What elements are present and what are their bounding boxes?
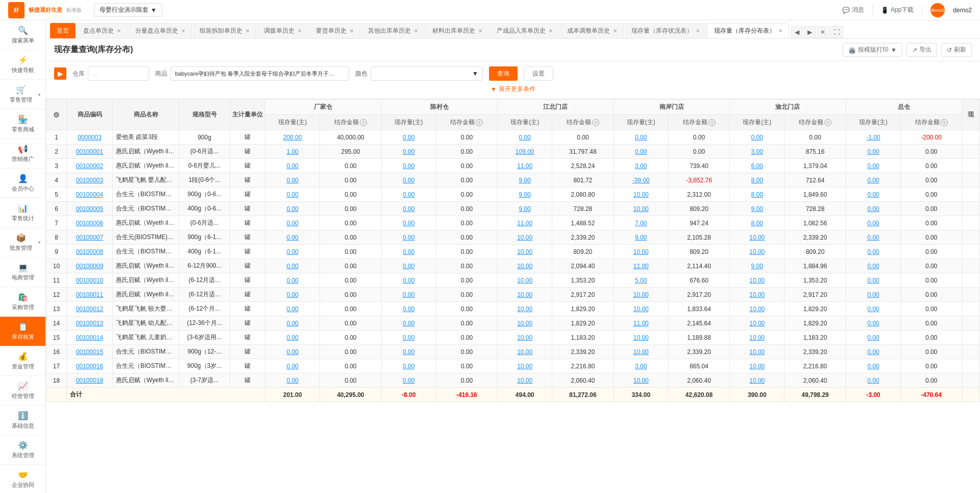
- cell-total-qty[interactable]: 0.00: [846, 331, 900, 345]
- tab-partial-stocktake[interactable]: 分量盘点单历史 ✕: [129, 23, 192, 38]
- cell-cy1-qty[interactable]: 0.00: [265, 159, 320, 173]
- cell-code[interactable]: 0000003: [67, 130, 113, 145]
- expand-btn[interactable]: ▼ 展开更多条件: [491, 85, 535, 93]
- cell-cy4-qty[interactable]: 3.00: [614, 359, 668, 373]
- cell-cy5-qty[interactable]: 10.00: [730, 345, 785, 359]
- cell-total-qty[interactable]: 0.00: [846, 187, 900, 202]
- cell-cy2-qty[interactable]: 0.00: [381, 359, 436, 373]
- cell-cy3-qty[interactable]: 10.00: [498, 345, 552, 359]
- cell-total-qty[interactable]: 0.00: [846, 159, 900, 173]
- cell-cy1-qty[interactable]: 0.00: [265, 359, 320, 373]
- cell-total-qty[interactable]: 0.00: [846, 173, 900, 187]
- cell-cy3-qty[interactable]: 10.00: [498, 230, 552, 245]
- tab-stock-dist[interactable]: 现存量（库存分布表） ✕: [707, 23, 789, 38]
- cell-cy3-qty[interactable]: 10.00: [498, 245, 552, 259]
- cell-cy1-qty[interactable]: 200.00: [265, 130, 320, 145]
- cell-cy2-qty[interactable]: 0.00: [381, 302, 436, 316]
- cell-cy3-qty[interactable]: 10.00: [498, 288, 552, 302]
- cell-cy4-qty[interactable]: 10.00: [614, 187, 668, 202]
- cell-code[interactable]: 00100012: [67, 302, 113, 316]
- cell-cy1-qty[interactable]: 0.00: [265, 273, 320, 288]
- cell-cy1-qty[interactable]: 0.00: [265, 316, 320, 331]
- cell-cy4-qty[interactable]: 10.00: [614, 288, 668, 302]
- cell-total-qty[interactable]: -1.00: [846, 130, 900, 145]
- cell-cy2-qty[interactable]: 0.00: [381, 245, 436, 259]
- print-btn[interactable]: 🖨️ 按模版打印 ▼: [843, 43, 902, 57]
- tab-nav-next[interactable]: ▶: [804, 26, 816, 38]
- cell-total-qty[interactable]: 0.00: [846, 230, 900, 245]
- cell-code[interactable]: 00100011: [67, 288, 113, 302]
- app-download-btn[interactable]: 📱 App下载: [881, 6, 914, 14]
- cell-cy2-qty[interactable]: 0.00: [381, 316, 436, 331]
- tab-fullscreen[interactable]: ⛶: [830, 26, 843, 38]
- cell-cy3-qty[interactable]: 9.00: [498, 202, 552, 216]
- cell-code[interactable]: 00100014: [67, 331, 113, 345]
- cell-code[interactable]: 00100015: [67, 345, 113, 359]
- cell-cy4-qty[interactable]: 10.00: [614, 245, 668, 259]
- tab-close-transfer[interactable]: ✕: [298, 28, 302, 34]
- cell-total-qty[interactable]: 0.00: [846, 373, 900, 388]
- info-icon-5[interactable]: ①: [824, 119, 831, 126]
- sidebar-item-retail-mgmt[interactable]: 🛒 零售管理 ▲: [0, 80, 45, 109]
- cell-cy5-qty[interactable]: 10.00: [730, 230, 785, 245]
- cell-total-qty[interactable]: 0.00: [846, 288, 900, 302]
- cell-cy2-qty[interactable]: 0.00: [381, 288, 436, 302]
- sidebar-item-retail-mall[interactable]: 🏪 零售商城: [0, 109, 45, 139]
- tab-assemble[interactable]: 组装拆卸单历史 ✕: [193, 23, 256, 38]
- cell-cy3-qty[interactable]: 0.00: [498, 130, 552, 145]
- cell-cy5-qty[interactable]: 6.00: [730, 159, 785, 173]
- cell-cy3-qty[interactable]: 10.00: [498, 302, 552, 316]
- cell-code[interactable]: 00100002: [67, 159, 113, 173]
- cell-cy4-qty[interactable]: 5.00: [614, 273, 668, 288]
- sidebar-item-nav[interactable]: ⚡ 快捷导航: [0, 50, 45, 80]
- cell-cy4-qty[interactable]: 10.00: [614, 302, 668, 316]
- cell-cy3-qty[interactable]: 10.00: [498, 259, 552, 273]
- cell-cy2-qty[interactable]: 0.00: [381, 230, 436, 245]
- sidebar-item-system[interactable]: ⚙️ 系统管理: [0, 435, 45, 465]
- cell-cy5-qty[interactable]: 10.00: [730, 373, 785, 388]
- cell-cy2-qty[interactable]: 0.00: [381, 130, 436, 145]
- cell-code[interactable]: 00100018: [67, 373, 113, 388]
- sidebar-item-search[interactable]: 🔍 搜索英单: [0, 20, 45, 50]
- cell-cy5-qty[interactable]: 9.00: [730, 202, 785, 216]
- cell-cy5-qty[interactable]: 0.00: [730, 130, 785, 145]
- cell-cy5-qty[interactable]: 10.00: [730, 288, 785, 302]
- color-input[interactable]: ▼: [371, 66, 483, 81]
- sidebar-item-purchase[interactable]: 🛍️ 采购管理: [0, 287, 45, 317]
- tab-home[interactable]: 首页: [50, 23, 76, 38]
- cell-cy2-qty[interactable]: 0.00: [381, 202, 436, 216]
- cell-cy4-qty[interactable]: -39.00: [614, 173, 668, 187]
- cell-cy5-qty[interactable]: 10.00: [730, 316, 785, 331]
- cell-cy1-qty[interactable]: 0.00: [265, 302, 320, 316]
- cell-cy5-qty[interactable]: 10.00: [730, 302, 785, 316]
- cell-cy4-qty[interactable]: 0.00: [614, 145, 668, 159]
- cell-cy4-qty[interactable]: 3.00: [614, 159, 668, 173]
- cell-code[interactable]: 00100013: [67, 316, 113, 331]
- export-btn[interactable]: ↗ 导出: [906, 43, 937, 57]
- cell-total-qty[interactable]: 0.00: [846, 316, 900, 331]
- cell-cy3-qty[interactable]: 10.00: [498, 359, 552, 373]
- cell-cy3-qty[interactable]: 10.00: [498, 331, 552, 345]
- cell-cy5-qty[interactable]: 8.00: [730, 187, 785, 202]
- cell-code[interactable]: 00100007: [67, 230, 113, 245]
- th-gear[interactable]: ⚙: [46, 100, 67, 130]
- cell-cy1-qty[interactable]: 0.00: [265, 173, 320, 187]
- tab-close-material-out[interactable]: ✕: [478, 28, 482, 34]
- tab-nav-prev[interactable]: ◀: [791, 26, 803, 38]
- cell-cy5-qty[interactable]: 9.00: [730, 259, 785, 273]
- cell-cy3-qty[interactable]: 10.00: [498, 373, 552, 388]
- sidebar-item-ecommerce[interactable]: 💻 电商管理: [0, 257, 45, 287]
- tab-close-stock-dist[interactable]: ✕: [778, 28, 782, 34]
- cell-cy3-qty[interactable]: 109.00: [498, 145, 552, 159]
- industry-selector[interactable]: 母婴行业演示陈套 ▼: [94, 3, 162, 17]
- cell-cy5-qty[interactable]: 8.00: [730, 216, 785, 230]
- tab-close-assemble[interactable]: ✕: [246, 28, 250, 34]
- refresh-btn[interactable]: ↺ 刷新: [941, 43, 972, 57]
- cell-cy2-qty[interactable]: 0.00: [381, 173, 436, 187]
- cell-cy2-qty[interactable]: 0.00: [381, 187, 436, 202]
- cell-code[interactable]: 00100004: [67, 187, 113, 202]
- cell-cy2-qty[interactable]: 0.00: [381, 331, 436, 345]
- cell-cy1-qty[interactable]: 0.00: [265, 288, 320, 302]
- sidebar-item-retail-stat[interactable]: 📊 零售统计: [0, 198, 45, 228]
- cell-cy1-qty[interactable]: 0.00: [265, 230, 320, 245]
